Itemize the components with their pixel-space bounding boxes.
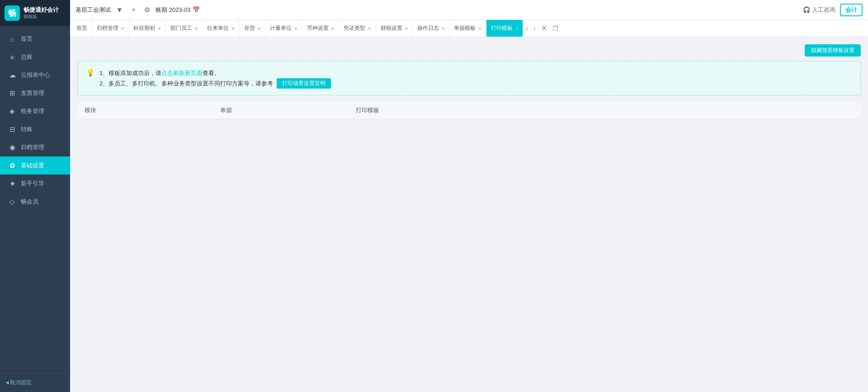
sidebar-item-tax[interactable]: ◈税务管理: [0, 102, 70, 120]
tab-凭证类型[interactable]: 凭证类型×: [339, 20, 376, 37]
tab-label: 部门员工: [170, 24, 192, 32]
tab-存货[interactable]: 存货×: [240, 20, 265, 37]
period-value: 2023-03: [169, 6, 191, 13]
hide-template-button[interactable]: 隐藏预置模板设置: [805, 44, 861, 57]
company-dropdown-icon[interactable]: ▼: [114, 5, 125, 14]
refresh-link[interactable]: 点击刷新新页面: [161, 70, 203, 76]
logo-icon: 畅: [5, 5, 20, 21]
nav-label-basic-settings: 基础设置: [21, 161, 44, 170]
app-logo: 畅 畅捷通好会计 旗舰版: [0, 0, 70, 26]
nav-label-member: 畅会员: [21, 198, 38, 206]
tab-close-icon[interactable]: ×: [515, 26, 518, 31]
tab-单据模板[interactable]: 单据模板×: [449, 20, 486, 37]
calendar-icon[interactable]: 📅: [193, 6, 200, 13]
sidebar-item-invoice[interactable]: ⊞发票管理: [0, 84, 70, 102]
tab-label: 存货: [244, 24, 255, 32]
tab-close-icon[interactable]: ×: [231, 26, 234, 31]
tab-label: 单据模板: [454, 24, 476, 32]
tab-部门员工[interactable]: 部门员工×: [166, 20, 203, 37]
table-header: 模块 单据 打印模板: [77, 102, 861, 119]
nav-label-settlement: 结账: [21, 125, 33, 133]
tab-计量单位[interactable]: 计量单位×: [265, 20, 302, 37]
tab-close-icon[interactable]: ×: [478, 26, 481, 31]
sidebar-item-home[interactable]: ⌂首页: [0, 30, 70, 48]
tab-归档管理[interactable]: 归档管理×: [92, 20, 129, 37]
logo-title: 畅捷通好会计: [24, 6, 59, 14]
tab-打印模板[interactable]: 打印模板×: [486, 20, 523, 37]
tab-科目期初[interactable]: 科目期初×: [129, 20, 165, 37]
info-line2-before: 2、多员工、多打印机、多种业务类型设置不同打印方案等，请参考: [99, 80, 273, 88]
tab-首页[interactable]: 首页: [72, 20, 92, 37]
sidebar-item-archive[interactable]: ◉归档管理: [0, 138, 70, 156]
th-document: 单据: [213, 102, 349, 119]
tab-label: 操作日志: [417, 24, 439, 32]
nav-label-guide: 新手引导: [21, 179, 44, 188]
settlement-icon: ⊟: [8, 125, 16, 133]
tab-label: 计量单位: [270, 24, 292, 32]
tab-close-icon[interactable]: ×: [368, 26, 371, 31]
period-label: 账期: [156, 6, 167, 14]
nav-label-tax: 税务管理: [21, 107, 44, 115]
tab-expand-button[interactable]: ❐: [550, 20, 561, 37]
sidebar-item-basic-settings[interactable]: ✿基础设置: [0, 156, 70, 175]
data-table: 模块 单据 打印模板: [77, 102, 861, 119]
tab-close-icon[interactable]: ×: [331, 26, 334, 31]
sidebar-item-settlement[interactable]: ⊟结账: [0, 120, 70, 138]
topbar: 基层工会测试 ▼ ＋ ⚙ 账期 2023-03 📅 🎧 人工咨询 会计: [70, 0, 868, 20]
kuaiji-label: 会计: [845, 6, 857, 13]
tab-close-all-button[interactable]: ✕: [538, 20, 550, 37]
topbar-right: 🎧 人工咨询 会计: [803, 4, 863, 16]
tab-close-icon[interactable]: ×: [294, 26, 297, 31]
topbar-left: 基层工会测试 ▼ ＋ ⚙ 账期 2023-03 📅: [75, 5, 200, 15]
tab-prev-button[interactable]: ‹: [523, 20, 531, 37]
tab-label: 科目期初: [133, 24, 155, 32]
tab-操作日志[interactable]: 操作日志×: [413, 20, 449, 37]
sidebar-item-member[interactable]: ◇畅会员: [0, 193, 70, 211]
headset-icon: 🎧: [803, 6, 810, 13]
add-tab-icon[interactable]: ＋: [128, 5, 139, 15]
cloud-report-icon: ☁: [8, 71, 16, 79]
nav-label-ledger: 总账: [21, 53, 33, 61]
info-line1-after: 查看。: [203, 70, 220, 76]
th-module: 模块: [77, 102, 213, 119]
member-icon: ◇: [8, 198, 16, 206]
th-print-template: 打印模板: [349, 102, 861, 119]
nav-label-archive: 归档管理: [21, 143, 44, 151]
settings-icon[interactable]: ⚙: [142, 5, 152, 15]
tab-label: 归档管理: [97, 24, 118, 32]
period-info: 账期 2023-03 📅: [156, 6, 200, 14]
bulb-icon: 💡: [86, 68, 95, 77]
nav-label-home: 首页: [21, 35, 33, 43]
guide-icon: ★: [8, 179, 16, 188]
explain-button[interactable]: 打印场景设置宣明: [277, 78, 331, 89]
tab-close-icon[interactable]: ×: [158, 26, 160, 31]
tab-label: 财税设置: [381, 24, 402, 32]
tab-close-icon[interactable]: ×: [442, 26, 444, 31]
sidebar-nav: ⌂首页≡总账☁云报表中心⊞发票管理◈税务管理⊟结账◉归档管理✿基础设置★新手引导…: [0, 26, 70, 373]
service-button[interactable]: 🎧 人工咨询: [803, 6, 835, 14]
tab-label: 首页: [76, 24, 87, 32]
page-content: 隐藏预置模板设置 💡 1、模板添加成功后，请点击刷新新页面查看。 2、多员工、多…: [70, 37, 868, 392]
main-area: 基层工会测试 ▼ ＋ ⚙ 账期 2023-03 📅 🎧 人工咨询 会计 首页归档…: [70, 0, 868, 392]
sidebar-item-guide[interactable]: ★新手引导: [0, 175, 70, 193]
sidebar-item-cloud-report[interactable]: ☁云报表中心: [0, 66, 70, 84]
logo-text: 畅捷通好会计 旗舰版: [24, 6, 59, 20]
basic-settings-icon: ✿: [8, 161, 16, 170]
sidebar-footer[interactable]: ◄取消固定: [0, 373, 70, 392]
tab-往来单位[interactable]: 往来单位×: [203, 20, 239, 37]
info-text-block: 1、模板添加成功后，请点击刷新新页面查看。 2、多员工、多打印机、多种业务类型设…: [99, 68, 852, 89]
tab-close-icon[interactable]: ×: [405, 26, 408, 31]
sidebar-item-ledger[interactable]: ≡总账: [0, 48, 70, 66]
tab-币种设置[interactable]: 币种设置×: [302, 20, 339, 37]
service-label: 人工咨询: [812, 6, 835, 14]
tab-close-icon[interactable]: ×: [121, 26, 124, 31]
tab-label: 凭证类型: [344, 24, 365, 32]
tab-next-button[interactable]: ›: [531, 20, 538, 37]
archive-icon: ◉: [8, 143, 16, 151]
tab-close-icon[interactable]: ×: [195, 26, 198, 31]
invoice-icon: ⊞: [8, 89, 16, 97]
tab-close-icon[interactable]: ×: [258, 26, 260, 31]
tab-财税设置[interactable]: 财税设置×: [376, 20, 413, 37]
page-toolbar: 隐藏预置模板设置: [77, 44, 861, 57]
kuaiji-button[interactable]: 会计: [840, 4, 863, 16]
